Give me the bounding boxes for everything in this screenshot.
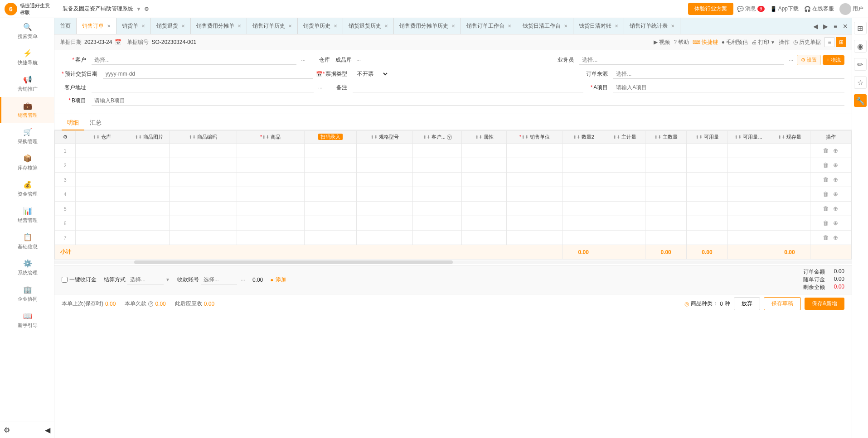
settings-icon[interactable]: ⚙: [144, 6, 149, 12]
invoice-type-select[interactable]: 不开票: [353, 69, 389, 79]
tab-sales-return[interactable]: 销货单✕: [116, 18, 151, 34]
tab-sales-workbench[interactable]: 销售订单工作台✕: [461, 18, 517, 34]
grid-view-btn[interactable]: ⊞: [836, 37, 846, 47]
row-2-copy-btn[interactable]: ⊕: [832, 161, 840, 169]
tab-close-cashier-workbench[interactable]: ✕: [564, 24, 567, 29]
row-6-copy-btn[interactable]: ⊕: [832, 219, 840, 227]
operate-btn[interactable]: 操作: [779, 39, 790, 46]
row-3-delete-btn[interactable]: 🗑: [822, 176, 830, 184]
col-cust-header[interactable]: ⬆⬇ 客户... ?: [413, 131, 461, 144]
save-draft-btn[interactable]: 保存草稿: [764, 297, 801, 310]
row-5-delete-btn[interactable]: 🗑: [822, 205, 830, 213]
col-warehouse-header[interactable]: ⬆⬇ 仓库: [76, 131, 128, 144]
warehouse-more-icon[interactable]: ···: [356, 57, 361, 63]
col-main-unit-header[interactable]: ⬆⬇ 主计量: [604, 131, 645, 144]
tab-close-sales-return[interactable]: ✕: [141, 24, 145, 29]
help-btn[interactable]: ? 帮助: [674, 39, 689, 46]
tab-next-btn[interactable]: ▶: [821, 22, 830, 31]
view-btn-action[interactable]: ▶ 视频: [654, 39, 670, 46]
profit-btn[interactable]: ● 毛利预估: [722, 39, 748, 46]
col-avail2-header[interactable]: ⬆⬇ 可用量...: [728, 131, 769, 144]
right-panel-btn-3[interactable]: ✏: [854, 58, 867, 71]
add-payment-btn[interactable]: ● 添加: [270, 276, 286, 284]
sidebar-item-quick-nav[interactable]: ⚡快捷导航: [0, 44, 54, 71]
tab-close-sales-order-hist[interactable]: ✕: [288, 24, 292, 29]
sidebar-item-enterprise[interactable]: 🏢企业协同: [0, 281, 54, 307]
salesperson-input[interactable]: [579, 55, 784, 65]
row-1-delete-btn[interactable]: 🗑: [822, 147, 830, 155]
tab-prev-btn[interactable]: ◀: [811, 22, 820, 31]
sidebar-item-sales[interactable]: 💼销售管理: [0, 97, 54, 123]
tab-sales-summary[interactable]: 销售订单统计表✕: [624, 18, 680, 34]
save-new-btn[interactable]: 保存&新增: [805, 298, 844, 310]
row-7-copy-btn[interactable]: ⊕: [832, 234, 840, 242]
row-3-copy-btn[interactable]: ⊕: [832, 176, 840, 184]
salesperson-more-icon[interactable]: ···: [789, 57, 793, 63]
row-2-delete-btn[interactable]: 🗑: [822, 161, 830, 169]
tab-close-all-btn[interactable]: ✕: [841, 22, 850, 31]
one-click-deposit-checkbox[interactable]: 一键收订金: [62, 276, 97, 284]
tab-close-sales-fee-split[interactable]: ✕: [238, 24, 241, 29]
table-scrollbar[interactable]: [54, 260, 852, 264]
settings-bottom-icon[interactable]: ⚙: [4, 426, 10, 434]
tab-detail[interactable]: 明细: [62, 116, 84, 130]
payment-method-input[interactable]: [127, 275, 164, 284]
tab-close-sales-workbench[interactable]: ✕: [508, 24, 511, 29]
tab-home[interactable]: 首页: [54, 18, 77, 34]
col-image-header[interactable]: ⬆⬇ 商品图片: [128, 131, 170, 144]
tab-cashier-workbench[interactable]: 钱货日清工作台✕: [517, 18, 573, 34]
row-6-delete-btn[interactable]: 🗑: [822, 219, 830, 227]
delivery-date-input[interactable]: [103, 69, 313, 79]
col-scan-header[interactable]: 扫码录入: [304, 131, 357, 144]
settings-right-btn[interactable]: ⚙ 设置: [793, 55, 821, 65]
sidebar-item-purchase[interactable]: 🛒采购管理: [0, 123, 54, 149]
tab-close-sales-refund[interactable]: ✕: [181, 24, 185, 29]
sidebar-item-marketing[interactable]: 📢营销推广: [0, 71, 54, 97]
online-support-btn[interactable]: 🎧 在线客服: [804, 5, 834, 13]
collapse-icon[interactable]: ◀: [45, 426, 50, 434]
order-source-input[interactable]: [613, 69, 844, 79]
tab-close-sales-refund-hist[interactable]: ✕: [384, 24, 388, 29]
tab-close-sales-summary[interactable]: ✕: [671, 24, 674, 29]
add-material-btn[interactable]: + 物流: [821, 55, 844, 65]
tab-close-sales-fee-hist[interactable]: ✕: [451, 24, 455, 29]
app-download-btn[interactable]: 📱 App下载: [770, 5, 799, 13]
tab-sales-order[interactable]: 销售订单✕: [77, 18, 116, 34]
discard-btn[interactable]: 放弃: [734, 297, 760, 310]
sidebar-item-basic-info[interactable]: 📋基础信息: [0, 228, 54, 255]
col-avail-header[interactable]: ⬆⬇ 可用量: [687, 131, 728, 144]
row-7-delete-btn[interactable]: 🗑: [822, 234, 830, 242]
shortcut-btn[interactable]: ⌨ 快捷键: [693, 39, 718, 46]
tab-close-sales-order[interactable]: ✕: [107, 24, 111, 29]
calendar-icon[interactable]: 📅: [115, 39, 121, 45]
sidebar-item-inventory[interactable]: 📦库存核算: [0, 149, 54, 176]
col-product-header[interactable]: *⬆⬇ 商品: [237, 131, 304, 144]
sidebar-item-guide[interactable]: 📖新手引导: [0, 307, 54, 333]
address-more-icon[interactable]: ···: [318, 85, 323, 91]
tab-summary[interactable]: 汇总: [84, 116, 107, 130]
tab-sales-return-hist[interactable]: 销货单历史✕: [298, 18, 343, 34]
right-panel-btn-1[interactable]: ⊞: [854, 22, 867, 34]
col-qty2-header[interactable]: ⬆⬇ 数量2: [563, 131, 604, 144]
customer-input[interactable]: [92, 55, 296, 65]
col-main-qty-header[interactable]: ⬆⬇ 主数量: [645, 131, 687, 144]
tab-sales-fee-hist[interactable]: 销售费用分摊单历史✕: [394, 18, 461, 34]
row-4-copy-btn[interactable]: ⊕: [832, 190, 840, 198]
history-btn[interactable]: ◷ 历史单据: [793, 39, 821, 46]
col-code-header[interactable]: ⬆⬇ 商品编码: [170, 131, 237, 144]
address-input[interactable]: [92, 83, 314, 92]
right-panel-btn-5[interactable]: 🔧: [854, 94, 867, 107]
row-1-copy-btn[interactable]: ⊕: [832, 147, 840, 155]
col-attr-header[interactable]: ⬆⬇ 属性: [461, 131, 506, 144]
notes-input[interactable]: [353, 83, 584, 92]
customer-more-icon[interactable]: ···: [301, 57, 305, 63]
deposit-checkbox-input[interactable]: [62, 277, 68, 283]
tab-sales-refund[interactable]: 销货退货✕: [151, 18, 191, 34]
account-input[interactable]: [201, 275, 237, 284]
sidebar-item-search[interactable]: 🔍搜索菜单: [0, 18, 54, 44]
user-btn[interactable]: 用户: [839, 3, 863, 15]
sidebar-item-operations[interactable]: 📊经营管理: [0, 202, 54, 228]
right-panel-btn-4[interactable]: ☆: [854, 76, 867, 89]
tab-sales-fee-split[interactable]: 销售费用分摊单✕: [191, 18, 247, 34]
list-view-btn[interactable]: ≡: [824, 37, 834, 47]
